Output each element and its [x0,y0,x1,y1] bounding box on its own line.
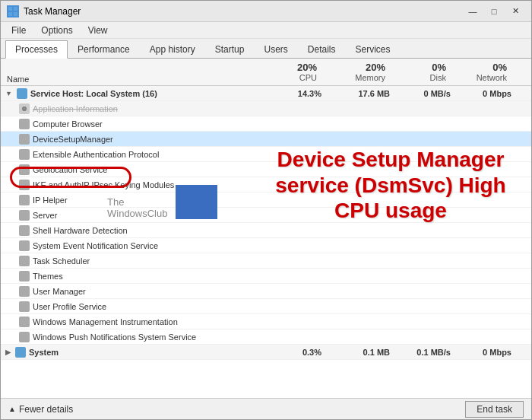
row-name-text: User Manager [33,287,86,296]
service-icon [19,256,30,266]
service-icon [19,301,30,312]
service-icon [19,240,30,251]
row-name-text: Themes [33,272,63,281]
row-disk: 0 MB/s [394,89,455,98]
row-name-text: Server [33,211,57,220]
row-name-text: Service Host: Local System (16) [30,89,157,98]
tab-performance[interactable]: Performance [68,40,140,58]
window-controls: — □ ✕ [463,4,525,19]
table-row[interactable]: Extensible Authentication Protocol [1,147,531,162]
service-icon [19,164,30,175]
service-icon [19,271,30,282]
tab-details[interactable]: Details [298,40,346,58]
row-name: Computer Browser [1,119,258,129]
row-name-text: User Profile Service [33,302,106,311]
service-icon [19,119,30,129]
table-row[interactable]: DeviceSetupManager [1,132,531,147]
service-icon [19,149,30,160]
service-icon [19,210,30,221]
table-row[interactable]: Server [1,208,531,223]
tab-app-history[interactable]: App history [140,40,205,58]
row-cpu: 0.3% [258,348,326,357]
table-row[interactable]: Geolocation Service [1,162,531,177]
service-icon [19,180,30,190]
row-name-text: Extensible Authentication Protocol [33,150,159,159]
col-name[interactable]: Name [1,73,258,85]
row-network: 0 Mbps [455,348,516,357]
service-icon [19,195,30,205]
row-memory: 17.6 MB [326,89,394,98]
table-row[interactable]: Windows Management Instrumentation [1,314,531,329]
system-icon [15,347,26,358]
row-name-text: DeviceSetupManager [33,135,113,144]
row-name: User Manager [1,286,258,297]
table-row[interactable]: Windows Push Notifications System Servic… [1,329,531,345]
row-name: System Event Notification Service [1,240,258,251]
col-memory[interactable]: 20% Memory [326,59,394,85]
row-name-text: System Event Notification Service [33,241,158,250]
row-network: 0 Mbps [455,89,516,98]
menu-bar: File Options View [1,22,531,39]
arrow-up-icon: ▲ [8,405,16,413]
fewer-details-button[interactable]: ▲ Fewer details [8,404,73,415]
row-name: IP Helper [1,195,258,205]
service-icon [19,225,30,236]
title-bar: Task Manager — □ ✕ [1,1,531,22]
service-icon [17,88,27,99]
table-row[interactable]: Application Information [1,101,531,116]
table-row[interactable]: Computer Browser [1,116,531,132]
end-task-button[interactable]: End task [465,401,524,418]
tab-bar: Processes Performance App history Startu… [1,39,531,59]
net-label: Network [477,73,507,82]
col-network[interactable]: 0% Network [455,59,516,85]
tab-startup[interactable]: Startup [205,40,255,58]
maximize-button[interactable]: □ [484,4,504,19]
table-row[interactable]: Shell Hardware Detection [1,223,531,238]
menu-options[interactable]: Options [35,24,78,37]
menu-view[interactable]: View [82,24,114,37]
service-icon [19,134,30,145]
table-row[interactable]: User Profile Service [1,299,531,314]
table-row[interactable]: User Manager [1,284,531,299]
row-name: User Profile Service [1,301,258,312]
service-icon [19,103,30,114]
row-name-text: Geolocation Service [33,165,107,174]
row-name-text: Computer Browser [33,119,103,129]
status-bar: ▲ Fewer details End task [1,398,531,419]
fewer-details-label: Fewer details [19,404,73,415]
table-row[interactable]: IP Helper [1,192,531,208]
table-row[interactable]: IKE and AuthIP IPsec Keying Modules [1,177,531,192]
table-row[interactable]: Themes [1,269,531,284]
table-row[interactable]: ▼ Service Host: Local System (16) 14.3% … [1,86,531,101]
table-row[interactable]: Task Scheduler [1,253,531,269]
title-bar-left: Task Manager [7,5,81,18]
mem-pct: 20% [366,62,385,73]
tab-users[interactable]: Users [254,40,297,58]
tab-services[interactable]: Services [346,40,401,58]
window-title: Task Manager [24,6,81,17]
col-disk[interactable]: 0% Disk [394,59,455,85]
scroll-area: Device Setup Manager service (DsmSvc) Hi… [1,86,531,398]
table-row[interactable]: ▶ System 0.3% 0.1 MB 0.1 MB/s 0 Mbps [1,345,531,360]
table-row[interactable]: System Event Notification Service [1,238,531,253]
minimize-button[interactable]: — [463,4,483,19]
menu-file[interactable]: File [5,24,32,37]
row-name-text: Shell Hardware Detection [33,226,128,235]
row-disk: 0.1 MB/s [394,348,455,357]
content-area: Name 20% CPU 20% Memory 0% Disk [1,59,531,398]
svg-rect-1 [14,7,17,11]
row-name-text: Application Information [33,104,118,113]
row-name: DeviceSetupManager [1,134,258,145]
tab-processes[interactable]: Processes [5,40,68,59]
row-name: Geolocation Service [1,164,258,175]
net-pct: 0% [492,62,507,73]
row-name: Extensible Authentication Protocol [1,149,258,160]
svg-rect-0 [8,7,12,11]
row-name: Themes [1,271,258,282]
col-cpu[interactable]: 20% CPU [258,59,326,85]
row-name-text: IKE and AuthIP IPsec Keying Modules [33,180,174,189]
close-button[interactable]: ✕ [505,4,525,19]
cpu-label: CPU [299,73,317,82]
svg-rect-2 [8,12,12,16]
rows-container[interactable]: ▼ Service Host: Local System (16) 14.3% … [1,86,531,398]
